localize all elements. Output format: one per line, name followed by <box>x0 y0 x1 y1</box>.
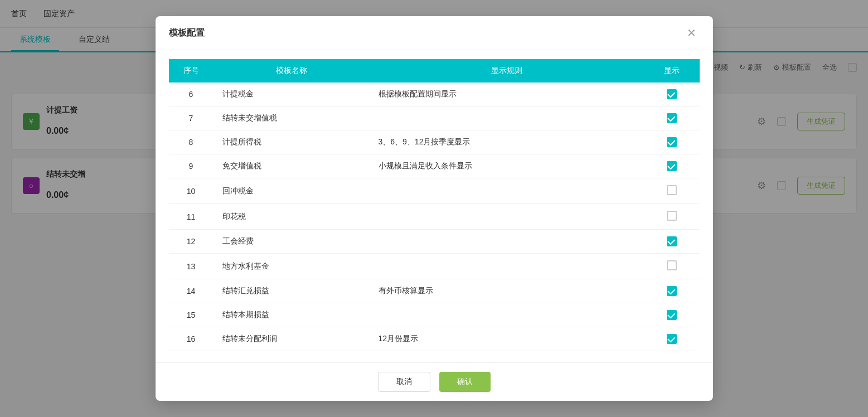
row-rule <box>370 204 644 230</box>
row-name: 印花税 <box>214 204 370 230</box>
row-rule: 有外币核算显示 <box>370 279 644 303</box>
row-seq: 9 <box>169 154 214 178</box>
row-checkbox[interactable] <box>667 236 677 246</box>
row-show <box>644 130 700 154</box>
table-row: 11印花税 <box>169 204 700 230</box>
row-checkbox[interactable] <box>667 211 677 221</box>
confirm-button[interactable]: 确认 <box>439 372 491 392</box>
row-show <box>644 83 700 106</box>
row-rule <box>370 106 644 130</box>
row-checkbox[interactable] <box>667 334 677 344</box>
config-table: 序号 模板名称 显示规则 显示 6计提税金根据模板配置期间显示7结转未交增值税8… <box>169 59 700 351</box>
row-name: 工会经费 <box>214 230 370 254</box>
table-row: 7结转未交增值税 <box>169 106 700 130</box>
col-rule: 显示规则 <box>370 59 644 83</box>
row-name: 免交增值税 <box>214 154 370 178</box>
close-icon[interactable]: ✕ <box>683 26 700 40</box>
template-config-dialog: 模板配置 ✕ 序号 模板名称 显示规则 显示 6计提税金根据模板配置期间显示7结… <box>156 16 713 401</box>
row-name: 结转汇兑损益 <box>214 279 370 303</box>
row-show <box>644 230 700 254</box>
row-rule: 3、6、9、12月按季度显示 <box>370 130 644 154</box>
row-checkbox[interactable] <box>667 185 677 195</box>
row-checkbox[interactable] <box>667 137 677 147</box>
row-checkbox[interactable] <box>667 161 677 171</box>
row-checkbox[interactable] <box>667 113 677 123</box>
row-rule: 小规模且满足收入条件显示 <box>370 154 644 178</box>
row-show <box>644 204 700 230</box>
col-show: 显示 <box>644 59 700 83</box>
row-name: 地方水利基金 <box>214 254 370 279</box>
row-seq: 12 <box>169 230 214 254</box>
row-checkbox[interactable] <box>667 286 677 296</box>
table-row: 16结转未分配利润12月份显示 <box>169 327 700 351</box>
table-row: 6计提税金根据模板配置期间显示 <box>169 83 700 106</box>
row-show <box>644 106 700 130</box>
row-rule: 12月份显示 <box>370 327 644 351</box>
row-name: 结转未分配利润 <box>214 327 370 351</box>
row-show <box>644 254 700 279</box>
table-row: 9免交增值税小规模且满足收入条件显示 <box>169 154 700 178</box>
dialog-body: 序号 模板名称 显示规则 显示 6计提税金根据模板配置期间显示7结转未交增值税8… <box>156 50 713 362</box>
row-seq: 14 <box>169 279 214 303</box>
table-row: 10回冲税金 <box>169 178 700 204</box>
row-name: 结转未交增值税 <box>214 106 370 130</box>
row-rule <box>370 254 644 279</box>
row-name: 结转本期损益 <box>214 303 370 327</box>
row-checkbox[interactable] <box>667 89 677 99</box>
row-rule <box>370 230 644 254</box>
row-show <box>644 154 700 178</box>
col-seq: 序号 <box>169 59 214 83</box>
table-row: 8计提所得税3、6、9、12月按季度显示 <box>169 130 700 154</box>
table-row: 15结转本期损益 <box>169 303 700 327</box>
row-seq: 16 <box>169 327 214 351</box>
cancel-button[interactable]: 取消 <box>378 372 430 392</box>
row-rule: 根据模板配置期间显示 <box>370 83 644 106</box>
row-name: 回冲税金 <box>214 178 370 204</box>
row-seq: 10 <box>169 178 214 204</box>
dialog-header: 模板配置 ✕ <box>156 16 713 50</box>
row-checkbox[interactable] <box>667 310 677 320</box>
row-rule <box>370 303 644 327</box>
row-rule <box>370 178 644 204</box>
row-show <box>644 303 700 327</box>
row-name: 计提所得税 <box>214 130 370 154</box>
row-checkbox[interactable] <box>667 260 677 270</box>
table-row: 13地方水利基金 <box>169 254 700 279</box>
table-row: 12工会经费 <box>169 230 700 254</box>
row-show <box>644 327 700 351</box>
dialog-footer: 取消 确认 <box>156 362 713 401</box>
table-row: 14结转汇兑损益有外币核算显示 <box>169 279 700 303</box>
row-seq: 6 <box>169 83 214 106</box>
row-name: 计提税金 <box>214 83 370 106</box>
row-seq: 13 <box>169 254 214 279</box>
modal-overlay: 模板配置 ✕ 序号 模板名称 显示规则 显示 6计提税金根据模板配置期间显示7结… <box>0 0 868 417</box>
row-seq: 8 <box>169 130 214 154</box>
row-show <box>644 279 700 303</box>
row-seq: 11 <box>169 204 214 230</box>
col-name: 模板名称 <box>214 59 370 83</box>
dialog-title: 模板配置 <box>169 27 205 39</box>
row-seq: 7 <box>169 106 214 130</box>
row-seq: 15 <box>169 303 214 327</box>
row-show <box>644 178 700 204</box>
